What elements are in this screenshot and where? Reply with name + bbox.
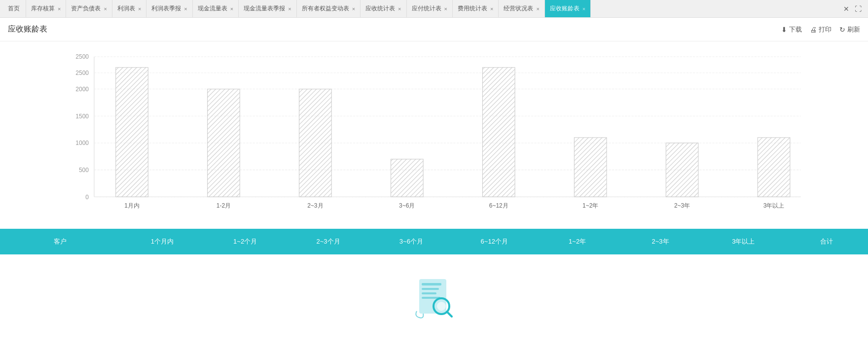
svg-text:500: 500 <box>79 167 89 174</box>
bar-1月内 <box>116 68 148 197</box>
print-icon: 🖨 <box>810 26 817 34</box>
tab-close-balance[interactable]: × <box>104 6 107 12</box>
tab-label-equity: 所有者权益变动表 <box>302 4 349 13</box>
tab-close-ar-stat[interactable]: × <box>398 6 401 12</box>
bar-1-2月 <box>208 89 240 197</box>
th-1: 1个月内 <box>121 237 204 246</box>
download-label: 下载 <box>789 25 802 34</box>
svg-text:2000: 2000 <box>75 86 89 93</box>
tab-close-inventory[interactable]: × <box>58 6 61 12</box>
svg-rect-28 <box>422 292 436 294</box>
tab-close-profit[interactable]: × <box>138 6 141 12</box>
svg-text:2500: 2500 <box>75 70 89 76</box>
svg-text:1-2月: 1-2月 <box>217 202 231 209</box>
svg-text:3年以上: 3年以上 <box>763 202 785 209</box>
th-0: 客户 <box>0 237 121 246</box>
svg-text:6~12月: 6~12月 <box>489 202 508 209</box>
page-header: 应收账龄表 ⬇ 下载 🖨 打印 ↻ 刷新 <box>0 18 868 41</box>
bar-2-3月 <box>299 89 332 197</box>
download-icon: ⬇ <box>781 26 787 34</box>
th-6: 1~2年 <box>536 237 618 246</box>
bar-3-6月 <box>391 159 424 197</box>
window-controls: ✕ ⛶ <box>838 5 866 13</box>
bar-6-12月 <box>482 68 515 197</box>
th-8: 3年以上 <box>702 237 785 246</box>
th-2: 1~2个月 <box>204 237 287 246</box>
maximize-button[interactable]: ⛶ <box>854 5 862 13</box>
print-label: 打印 <box>819 25 832 34</box>
tab-ap-stat[interactable]: 应付统计表× <box>407 0 453 18</box>
svg-rect-27 <box>422 288 439 290</box>
svg-text:3~6月: 3~6月 <box>399 202 415 209</box>
svg-line-32 <box>447 312 452 317</box>
main-content: 0 500 1000 1500 2000 2500 2500 1月内 <box>0 41 868 355</box>
tab-close-ap-stat[interactable]: × <box>444 6 447 12</box>
empty-state <box>0 254 868 343</box>
th-7: 2~3年 <box>619 237 702 246</box>
page-title: 应收账龄表 <box>8 24 47 35</box>
tab-close-profit-q[interactable]: × <box>184 6 187 12</box>
close-button[interactable]: ✕ <box>842 5 850 13</box>
th-4: 3~6个月 <box>370 237 453 246</box>
svg-text:2500: 2500 <box>75 53 89 60</box>
svg-text:1~2年: 1~2年 <box>582 202 598 209</box>
tab-close-operation[interactable]: × <box>536 6 539 12</box>
tab-label-profit-q: 利润表季报 <box>151 4 181 13</box>
svg-text:2~3年: 2~3年 <box>674 202 690 209</box>
bar-chart: 0 500 1000 1500 2000 2500 2500 1月内 <box>20 51 848 224</box>
tab-profit[interactable]: 利润表× <box>112 0 146 18</box>
tab-label-operation: 经营状况表 <box>504 4 533 13</box>
tab-label-inventory: 库存核算 <box>31 4 55 13</box>
table-header: 客户1个月内1~2个月2~3个月3~6个月6~12个月1~2年2~3年3年以上合… <box>0 229 868 254</box>
tab-cashflow[interactable]: 现金流量表× <box>193 0 239 18</box>
tab-close-equity[interactable]: × <box>352 6 355 12</box>
bar-3年以上 <box>758 138 790 197</box>
refresh-icon: ↻ <box>839 26 845 34</box>
tab-balance[interactable]: 资产负债表× <box>66 0 112 18</box>
header-actions: ⬇ 下载 🖨 打印 ↻ 刷新 <box>781 25 860 34</box>
tab-home[interactable]: 首页 <box>2 0 26 18</box>
tab-label-cashflow: 现金流量表 <box>198 4 227 13</box>
home-tab-label: 首页 <box>8 4 20 13</box>
bar-2-3年 <box>666 143 698 197</box>
tab-label-ar-aging: 应收账龄表 <box>550 4 579 13</box>
tab-ar-aging[interactable]: 应收账龄表× <box>545 0 591 18</box>
tab-label-expense: 费用统计表 <box>458 4 487 13</box>
svg-text:1500: 1500 <box>75 113 89 120</box>
svg-text:1000: 1000 <box>75 140 89 146</box>
tab-close-ar-aging[interactable]: × <box>582 6 585 12</box>
tab-close-cashflow[interactable]: × <box>230 6 233 12</box>
svg-text:2~3月: 2~3月 <box>307 202 323 209</box>
svg-rect-26 <box>422 283 441 285</box>
th-5: 6~12个月 <box>453 237 536 246</box>
tab-ar-stat[interactable]: 应收统计表× <box>361 0 406 18</box>
th-3: 2~3个月 <box>287 237 369 246</box>
tab-label-profit: 利润表 <box>117 4 135 13</box>
empty-icon <box>409 274 459 323</box>
tab-label-ap-stat: 应付统计表 <box>412 4 441 13</box>
tab-cashflow-q[interactable]: 现金流量表季报× <box>239 0 296 18</box>
tab-label-balance: 资产负债表 <box>71 4 101 13</box>
tab-label-ar-stat: 应收统计表 <box>365 4 395 13</box>
refresh-label: 刷新 <box>847 25 860 34</box>
tab-close-expense[interactable]: × <box>490 6 493 12</box>
tab-expense[interactable]: 费用统计表× <box>453 0 499 18</box>
print-button[interactable]: 🖨 打印 <box>810 25 832 34</box>
tab-close-cashflow-q[interactable]: × <box>288 6 291 12</box>
svg-text:0: 0 <box>85 194 89 201</box>
download-button[interactable]: ⬇ 下载 <box>781 25 802 34</box>
refresh-button[interactable]: ↻ 刷新 <box>839 25 860 34</box>
tab-label-cashflow-q: 现金流量表季报 <box>244 4 285 13</box>
chart-area: 0 500 1000 1500 2000 2500 2500 1月内 <box>0 41 868 229</box>
svg-text:1月内: 1月内 <box>124 202 140 209</box>
bar-1-2年 <box>574 138 607 197</box>
tab-equity[interactable]: 所有者权益变动表× <box>297 0 361 18</box>
tab-profit-q[interactable]: 利润表季报× <box>146 0 192 18</box>
tab-bar: 首页 库存核算×资产负债表×利润表×利润表季报×现金流量表×现金流量表季报×所有… <box>0 0 868 18</box>
tab-operation[interactable]: 经营状况表× <box>499 0 544 18</box>
th-9: 合计 <box>785 237 868 246</box>
svg-point-31 <box>437 302 446 311</box>
tab-inventory[interactable]: 库存核算× <box>26 0 66 18</box>
